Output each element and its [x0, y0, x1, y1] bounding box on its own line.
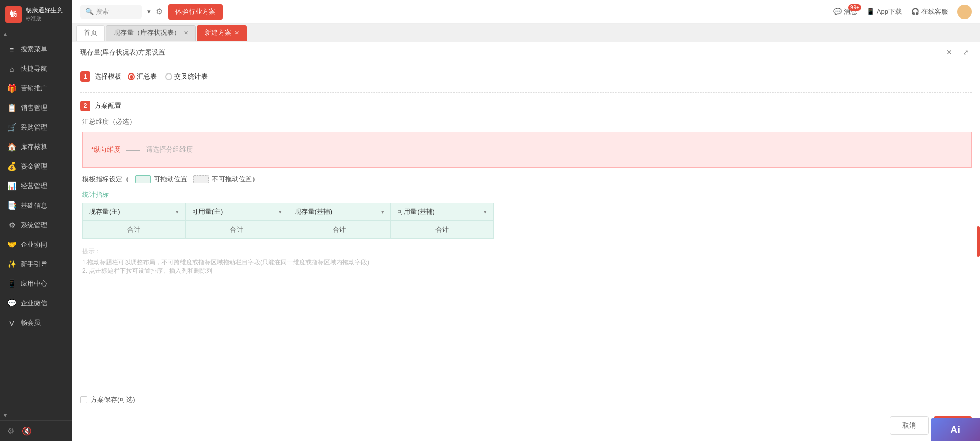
sidebar-item-cooperation[interactable]: 🤝 企业协同 — [0, 235, 72, 254]
stats-col-4: 可用量(基辅) ▾ 合计 — [391, 203, 493, 238]
stats-col-1-header[interactable]: 现存量(主) ▾ — [83, 203, 185, 221]
tab-new-plan-label: 新建方案 — [205, 28, 231, 38]
separator1 — [80, 92, 972, 93]
sidebar-item-basic-info[interactable]: 📑 基础信息 — [0, 196, 72, 215]
sidebar-item-label: 畅会员 — [21, 318, 41, 327]
save-checkbox-text: 方案保存(可选) — [90, 395, 135, 405]
app-download-label: App下载 — [877, 7, 902, 16]
scroll-up-arrow[interactable]: ▲ — [0, 29, 10, 40]
step2-title: 方案配置 — [95, 101, 121, 111]
topbar-dropdown-btn[interactable]: ▾ — [147, 8, 151, 15]
indicator-label: 模板指标设定（ — [82, 175, 129, 184]
radio-cross-label: 交叉统计表 — [174, 72, 208, 81]
inventory-icon: 🏠 — [7, 142, 16, 152]
save-checkbox-label[interactable]: 方案保存(可选) — [80, 395, 135, 405]
trial-button[interactable]: 体验行业方案 — [168, 4, 223, 20]
pink-box-dash: —— — [126, 146, 140, 154]
online-service-item[interactable]: 🎧 在线客服 — [911, 7, 948, 16]
radio-cross[interactable]: 交叉统计表 — [165, 72, 208, 81]
sidebar-item-search-menu[interactable]: ≡ 搜索菜单 — [0, 40, 72, 59]
panel-expand-btn[interactable]: ⤢ — [959, 46, 972, 59]
chevron-down-icon-4: ▾ — [484, 209, 487, 215]
main-area: 🔍 搜索 ▾ ⚙ 体验行业方案 💬 消息 99+ 📱 App下载 🎧 在线客服 — [72, 0, 980, 441]
marketing-icon: 🎁 — [7, 84, 16, 93]
step2-section: 2 方案配置 汇总维度（必选） *纵向维度 —— 请选择分组维度 — [80, 101, 972, 275]
no-drag-indicator: 不可拖动位置） — [193, 175, 259, 184]
step2-content: 汇总维度（必选） *纵向维度 —— 请选择分组维度 模板指标设定（ — [80, 117, 972, 275]
finance-icon: 💰 — [7, 162, 16, 171]
avatar[interactable] — [957, 5, 972, 19]
sidebar-item-system[interactable]: ⚙ 系统管理 — [0, 215, 72, 235]
tips-section: 提示： 1.拖动标题栏可以调整布局，不可跨维度或指标区域拖动栏目字段(只能在同一… — [82, 247, 972, 275]
no-drag-box — [193, 175, 209, 183]
dim-label: 汇总维度（必选） — [82, 117, 972, 126]
sidebar-logo: 畅 畅康通好生意 标准版 — [0, 0, 72, 29]
tab-inventory-status[interactable]: 现存量（库存状况表） ✕ — [106, 25, 196, 41]
sidebar-item-finance[interactable]: 💰 资金管理 — [0, 157, 72, 176]
search-menu-icon: ≡ — [7, 45, 16, 54]
tabbar: 首页 现存量（库存状况表） ✕ 新建方案 ✕ — [72, 24, 980, 42]
footer-buttons: 取消 查询 — [72, 410, 980, 441]
headset-icon: 🎧 — [911, 8, 919, 15]
scroll-down-arrow[interactable]: ▼ — [0, 410, 10, 420]
tab-inventory-close-icon[interactable]: ✕ — [184, 30, 188, 36]
topbar-search[interactable]: 🔍 搜索 — [80, 5, 142, 19]
tip-item-2: 2. 点击标题栏下拉可设置排序、插入列和删除列 — [82, 267, 972, 275]
drag-indicator: 可拖动位置 — [135, 175, 187, 184]
radio-group: 汇总表 交叉统计表 — [128, 72, 208, 81]
search-icon: 🔍 — [85, 8, 94, 15]
sidebar-bottom: ⚙ 🔇 — [0, 420, 72, 441]
vertical-dim-label: *纵向维度 — [91, 145, 120, 154]
topbar-left: 🔍 搜索 ▾ ⚙ 体验行业方案 — [80, 4, 223, 20]
stats-col-3-header[interactable]: 现存量(基辅) ▾ — [288, 203, 391, 221]
right-scroll-hint — [977, 226, 980, 257]
sidebar-item-quick-nav[interactable]: ⌂ 快捷导航 — [0, 59, 72, 79]
tip-item-1: 1.拖动标题栏可以调整布局，不可跨维度或指标区域拖动栏目字段(只能在同一维度或指… — [82, 258, 972, 267]
stats-col-4-header[interactable]: 可用量(基辅) ▾ — [391, 203, 493, 221]
pink-dimension-box[interactable]: *纵向维度 —— 请选择分组维度 — [82, 132, 972, 168]
tips-title: 提示： — [82, 247, 972, 256]
sidebar-item-app-center[interactable]: 📱 应用中心 — [0, 274, 72, 293]
sidebar-item-new-guide[interactable]: ✨ 新手引导 — [0, 254, 72, 274]
topbar-gear-icon[interactable]: ⚙ — [156, 7, 163, 16]
step1-title: 选择模板 — [95, 72, 121, 81]
app-download-item[interactable]: 📱 App下载 — [866, 7, 902, 16]
indicator-settings-row: 模板指标设定（ 可拖动位置 不可拖动位置） — [82, 175, 972, 184]
sidebar-item-inventory[interactable]: 🏠 库存核算 — [0, 137, 72, 157]
sidebar-item-sales[interactable]: 📋 销售管理 — [0, 98, 72, 118]
online-service-label: 在线客服 — [921, 7, 948, 16]
sidebar-item-purchase[interactable]: 🛒 采购管理 — [0, 118, 72, 137]
tab-new-plan-close-icon[interactable]: ✕ — [234, 30, 239, 36]
save-checkbox[interactable] — [80, 396, 87, 403]
radio-summary[interactable]: 汇总表 — [128, 72, 157, 81]
sidebar-item-label: 销售管理 — [21, 103, 47, 113]
purchase-icon: 🛒 — [7, 123, 16, 132]
quick-nav-icon: ⌂ — [7, 64, 16, 74]
stats-table-header: 现存量(主) ▾ 合计 可用量(主) ▾ 合计 — [83, 203, 493, 238]
settings-icon[interactable]: ⚙ — [7, 426, 14, 436]
sidebar-item-wechat[interactable]: 💬 企业微信 — [0, 293, 72, 313]
sidebar-nav: ≡ 搜索菜单 ⌂ 快捷导航 🎁 营销推广 📋 销售管理 🛒 采购管理 🏠 库存核… — [0, 40, 72, 410]
ai-float-button[interactable]: Ai — [931, 418, 980, 441]
sidebar-item-marketing[interactable]: 🎁 营销推广 — [0, 79, 72, 98]
radio-cross-circle — [165, 73, 172, 80]
panel-close-btn[interactable]: ✕ — [943, 46, 955, 59]
search-placeholder: 搜索 — [96, 7, 109, 16]
message-item[interactable]: 💬 消息 99+ — [833, 7, 857, 16]
sales-icon: 📋 — [7, 103, 16, 113]
message-badge: 99+ — [848, 4, 861, 11]
tab-home[interactable]: 首页 — [76, 25, 105, 41]
sidebar-item-label: 资金管理 — [21, 162, 47, 171]
sidebar-item-member[interactable]: V 畅会员 — [0, 313, 72, 333]
sidebar-item-operations[interactable]: 📊 经营管理 — [0, 176, 72, 196]
stats-col-2-header[interactable]: 可用量(主) ▾ — [186, 203, 288, 221]
tab-new-plan[interactable]: 新建方案 ✕ — [197, 25, 247, 41]
no-drag-label: 不可拖动位置） — [212, 175, 259, 184]
message-icon: 💬 — [833, 8, 842, 15]
cancel-button[interactable]: 取消 — [890, 416, 929, 435]
sidebar-item-label: 经营管理 — [21, 181, 47, 191]
app-name: 畅康通好生意 — [26, 7, 63, 15]
save-row: 方案保存(可选) — [72, 390, 980, 410]
sound-icon[interactable]: 🔇 — [22, 426, 32, 436]
chevron-down-icon-2: ▾ — [279, 209, 282, 215]
